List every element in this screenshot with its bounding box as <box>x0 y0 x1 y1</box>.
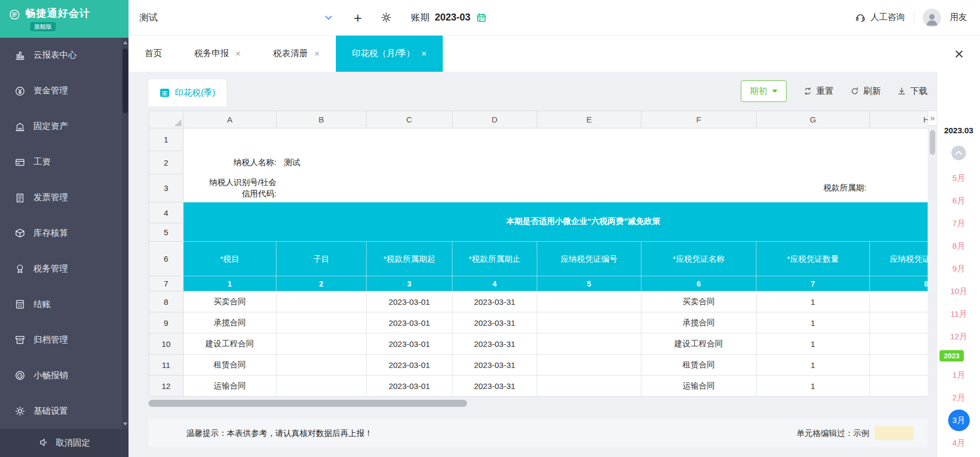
header-cell[interactable]: 应纳税凭证编号 <box>537 242 641 276</box>
month-item[interactable]: 12月 <box>937 325 980 348</box>
cell[interactable] <box>537 312 641 333</box>
month-item[interactable]: 10月 <box>937 280 980 303</box>
cell[interactable]: 1 <box>756 376 870 397</box>
scroll-down-icon[interactable] <box>123 422 127 426</box>
row-header[interactable]: 8 <box>149 291 184 312</box>
subtab-stamp-tax-quarter[interactable]: 印花税(季) <box>148 79 226 106</box>
cell[interactable] <box>537 333 641 354</box>
cell[interactable] <box>870 376 928 397</box>
cell[interactable]: 1 <box>756 312 870 333</box>
cell[interactable] <box>537 291 641 312</box>
reset-button[interactable]: 重置 <box>803 86 834 97</box>
column-header[interactable]: B <box>276 111 367 128</box>
cell[interactable]: 纳税人识别号/社会 信用代码: 税款所属期: <box>184 174 928 202</box>
header-cell[interactable]: *税目 <box>184 242 276 276</box>
number-cell[interactable]: 2 <box>276 276 367 291</box>
sidebar-item-fixed-asset[interactable]: 固定资产 <box>0 109 129 145</box>
column-header[interactable]: D <box>452 111 537 128</box>
month-item-active[interactable]: 3月 <box>937 409 980 432</box>
month-item[interactable]: 11月 <box>937 303 980 325</box>
header-cell[interactable]: *税款所属期止 <box>452 242 537 276</box>
cell[interactable]: 2023-03-31 <box>452 354 537 376</box>
header-cell[interactable]: 子目 <box>276 242 367 276</box>
row-header[interactable]: 7 <box>149 276 184 291</box>
horizontal-scrollbar-thumb[interactable] <box>148 400 467 407</box>
close-icon[interactable]: × <box>314 49 320 59</box>
row-header[interactable]: 2 <box>149 151 184 174</box>
column-header[interactable]: E <box>537 111 641 128</box>
sidebar-item-inventory[interactable]: 库存核算 <box>0 216 129 251</box>
row-header[interactable]: 11 <box>149 354 184 376</box>
cell[interactable]: 2023-03-31 <box>452 376 537 397</box>
cell[interactable] <box>184 128 928 151</box>
cell[interactable]: 2023-03-01 <box>367 312 452 333</box>
cell[interactable] <box>537 354 641 376</box>
number-cell[interactable]: 8 <box>870 276 928 291</box>
select-all-corner[interactable] <box>149 111 184 128</box>
gear-icon[interactable] <box>380 11 393 24</box>
column-header[interactable]: G <box>756 111 870 128</box>
sidebar-item-closing[interactable]: 结账 <box>0 287 129 322</box>
row-header[interactable]: 4 <box>149 202 184 223</box>
sidebar-item-settings[interactable]: 基础设置 <box>0 393 129 429</box>
avatar[interactable] <box>923 9 941 27</box>
period-picker[interactable]: 账期 2023-03 <box>411 11 487 24</box>
tab-tax-declare[interactable]: 税务申报 × <box>178 36 257 72</box>
month-item[interactable]: 9月 <box>937 257 980 280</box>
cell[interactable]: 2023-03-01 <box>367 376 452 397</box>
month-item[interactable]: 1月 <box>937 364 980 386</box>
consult-button[interactable]: 人工咨询 <box>855 12 905 23</box>
tab-home[interactable]: 首页 <box>129 36 178 72</box>
month-item[interactable]: 2月 <box>937 386 980 409</box>
cell[interactable]: 承揽合同 <box>641 312 756 333</box>
sidebar-item-cloud-report[interactable]: 云报表中心 <box>0 38 129 73</box>
cell[interactable]: 建设工程合同 <box>641 333 756 354</box>
row-header[interactable]: 12 <box>149 376 184 397</box>
cell[interactable] <box>870 333 928 354</box>
row-header[interactable]: 1 <box>149 128 184 151</box>
row-header[interactable]: 3 <box>149 174 184 202</box>
header-cell[interactable]: *税款所属期起 <box>367 242 452 276</box>
chevron-up-icon[interactable] <box>951 146 966 160</box>
cell[interactable]: 建设工程合同 <box>184 333 276 354</box>
row-header[interactable]: 10 <box>149 333 184 354</box>
header-cell[interactable]: *应税凭证数量 <box>756 242 870 276</box>
cell[interactable]: 租赁合同 <box>641 354 756 376</box>
cell[interactable]: 纳税人名称: 测试 <box>184 151 928 174</box>
cell[interactable]: 买卖合同 <box>641 291 756 312</box>
cell[interactable] <box>276 376 367 397</box>
user-name[interactable]: 用友 <box>950 12 967 23</box>
horizontal-scrollbar[interactable] <box>148 400 928 407</box>
cell[interactable]: 买卖合同 <box>184 291 276 312</box>
column-header[interactable]: A <box>184 111 276 128</box>
expand-icon[interactable]: » <box>928 111 937 126</box>
cell[interactable] <box>276 291 367 312</box>
sidebar-item-fund[interactable]: 资金管理 <box>0 73 129 109</box>
cell[interactable]: 租赁合同 <box>184 354 276 376</box>
row-header[interactable]: 5 <box>149 223 184 242</box>
tab-tax-register[interactable]: 税表清册 × <box>257 36 336 72</box>
tab-stamp-tax[interactable]: 印花税（月/季） × <box>336 36 443 72</box>
month-item[interactable]: 6月 <box>937 189 980 212</box>
month-item[interactable]: 5月 <box>937 167 980 189</box>
cell[interactable] <box>276 354 367 376</box>
policy-banner-cell[interactable]: 本期是否适用小微企业“六税两费”减免政策 <box>184 202 928 242</box>
cell[interactable]: 2023-03-01 <box>367 354 452 376</box>
account-select[interactable]: 测试 <box>139 11 331 24</box>
header-cell[interactable]: *应税凭证名称 <box>641 242 756 276</box>
cell[interactable]: 2023-03-31 <box>452 312 537 333</box>
column-header[interactable]: C <box>367 111 452 128</box>
row-header[interactable]: 9 <box>149 312 184 333</box>
unpin-button[interactable]: 取消固定 <box>0 429 129 457</box>
number-cell[interactable]: 7 <box>756 276 870 291</box>
cell[interactable]: 2023-03-31 <box>452 333 537 354</box>
month-item[interactable]: 8月 <box>937 235 980 257</box>
sidebar-item-reimburse[interactable]: 小畅报销 <box>0 358 129 393</box>
sidebar-item-invoice[interactable]: 发票管理 <box>0 180 129 216</box>
number-cell[interactable]: 3 <box>367 276 452 291</box>
row-header[interactable]: 6 <box>149 242 184 276</box>
cell[interactable] <box>870 291 928 312</box>
cell[interactable] <box>276 333 367 354</box>
cell[interactable]: 运输合同 <box>184 376 276 397</box>
number-cell[interactable]: 4 <box>452 276 537 291</box>
